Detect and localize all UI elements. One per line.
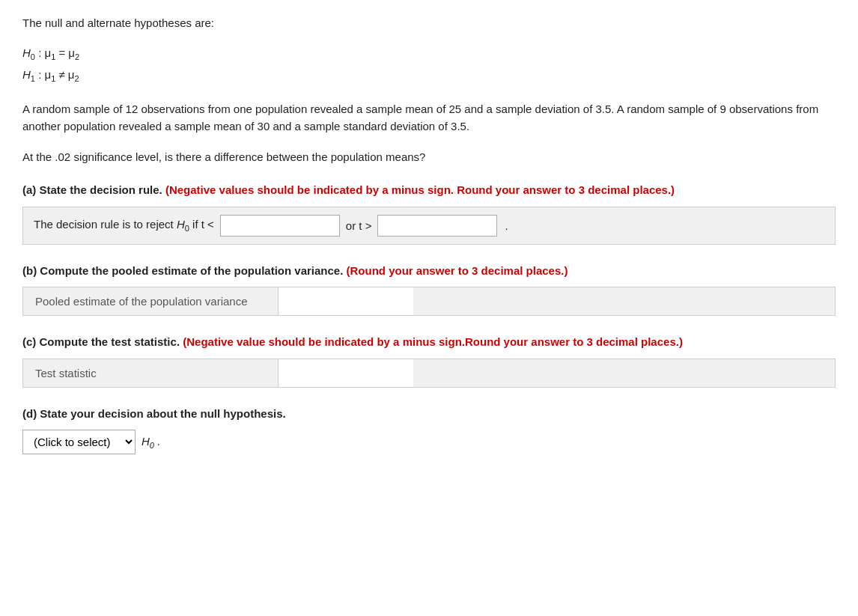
part-a-label: (a) State the decision rule. (Negative v… — [22, 182, 836, 199]
part-c-bold: (c) — [22, 335, 36, 348]
part-c-red: (Negative value should be indicated by a… — [183, 335, 683, 348]
significance-text-content: At the .02 significance level, is there … — [22, 150, 425, 163]
hypotheses-block: H0 : μ1 = μ2 H1 : μ1 ≠ μ2 — [22, 43, 836, 88]
part-a-input1[interactable] — [220, 215, 340, 237]
part-b-bold: (b) — [22, 264, 37, 277]
h1-line: H1 : μ1 ≠ μ2 — [22, 64, 836, 87]
sample-description: A random sample of 12 observations from … — [22, 100, 836, 135]
part-c-text: Compute the test statistic. — [40, 335, 180, 348]
part-b-table-label: Pooled estimate of the population varian… — [23, 287, 278, 315]
part-c-input[interactable] — [279, 359, 413, 387]
significance-question: At the .02 significance level, is there … — [22, 149, 836, 166]
part-c-input-cell — [278, 359, 413, 387]
part-d-dropdown-row: (Click to select) Reject H0 Do not rejec… — [22, 430, 836, 454]
part-a-input-row: The decision rule is to reject H0 if t <… — [22, 207, 836, 245]
intro-title: The null and alternate hypotheses are: — [22, 15, 836, 32]
part-a-input2[interactable] — [377, 215, 497, 237]
part-b-text: Compute the pooled estimate of the popul… — [40, 264, 346, 277]
decision-rule-or: or t > — [346, 219, 372, 232]
part-b-red: (Round your answer to 3 decimal places.) — [347, 264, 568, 277]
part-b-input-cell — [278, 287, 413, 315]
part-d: (d) State your decision about the null h… — [22, 406, 836, 455]
test-statistic-label: Test statistic — [35, 367, 97, 379]
h0-symbol: H0 : μ1 = μ2 — [22, 43, 79, 65]
decision-rule-prefix: The decision rule is to reject H0 if t < — [34, 218, 214, 233]
part-d-label: (d) State your decision about the null h… — [22, 406, 836, 423]
part-a-text: State the decision rule. — [40, 183, 165, 196]
decision-rule-period: . — [505, 219, 508, 232]
part-a-bold: (a) — [22, 183, 36, 196]
h1-symbol: H1 : μ1 ≠ μ2 — [22, 64, 79, 87]
h0-after-dropdown: H0 . — [142, 435, 160, 450]
part-b-input[interactable] — [279, 287, 413, 315]
part-c-table-row: Test statistic — [22, 359, 836, 388]
title-text: The null and alternate hypotheses are: — [22, 16, 214, 29]
part-c-label: (c) Compute the test statistic. (Negativ… — [22, 334, 836, 351]
pooled-variance-label: Pooled estimate of the population varian… — [35, 295, 248, 308]
part-b-label: (b) Compute the pooled estimate of the p… — [22, 263, 836, 280]
part-d-text: State your decision about the null hypot… — [40, 407, 285, 420]
part-a-red: (Negative values should be indicated by … — [165, 183, 675, 196]
part-c-table-label: Test statistic — [23, 359, 278, 387]
part-c: (c) Compute the test statistic. (Negativ… — [22, 334, 836, 388]
part-b-table-row: Pooled estimate of the population varian… — [22, 287, 836, 316]
h0-line: H0 : μ1 = μ2 — [22, 43, 836, 65]
part-b: (b) Compute the pooled estimate of the p… — [22, 263, 836, 317]
part-d-bold: (d) — [22, 407, 37, 420]
part-a: (a) State the decision rule. (Negative v… — [22, 182, 836, 245]
sample-text-content: A random sample of 12 observations from … — [22, 103, 818, 132]
null-hypothesis-dropdown[interactable]: (Click to select) Reject H0 Do not rejec… — [22, 430, 136, 454]
